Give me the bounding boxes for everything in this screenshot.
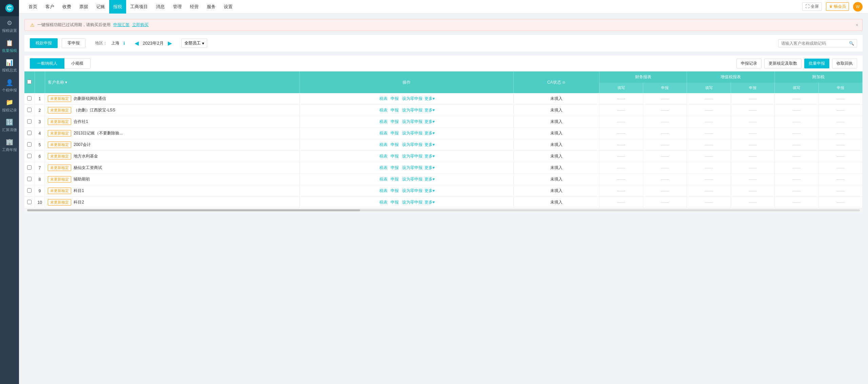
- banner-link-buy[interactable]: 立即购买: [132, 22, 149, 28]
- row-checkbox[interactable]: [24, 197, 35, 208]
- date-prev-button[interactable]: ◀: [135, 40, 139, 46]
- search-icon[interactable]: 🔍: [849, 41, 854, 46]
- op-tax-table[interactable]: 税表: [379, 188, 388, 193]
- nav-customer[interactable]: 客户: [41, 0, 58, 14]
- op-tax-table[interactable]: 税表: [379, 200, 388, 205]
- row-checkbox[interactable]: [24, 93, 35, 105]
- row-select-checkbox[interactable]: [27, 131, 32, 135]
- op-zero-declare[interactable]: 设为零申报: [402, 165, 422, 170]
- ca-filter-icon[interactable]: ⊙: [562, 80, 566, 85]
- row-checkbox[interactable]: [24, 185, 35, 197]
- sidebar-item-tax-records[interactable]: 📁 报税记录: [0, 95, 19, 115]
- row-select-checkbox[interactable]: [27, 188, 32, 193]
- op-zero-declare[interactable]: 设为零申报: [402, 96, 422, 101]
- row-select-checkbox[interactable]: [27, 96, 32, 101]
- row-checkbox[interactable]: [24, 151, 35, 162]
- op-declare[interactable]: 申报: [391, 165, 399, 170]
- op-tax-table[interactable]: 税表: [379, 165, 388, 170]
- op-zero-declare[interactable]: 设为零申报: [402, 119, 422, 124]
- declare-records-button[interactable]: 申报记录: [736, 59, 762, 68]
- op-tax-table[interactable]: 税表: [379, 142, 388, 147]
- op-zero-declare[interactable]: 设为零申报: [402, 200, 422, 205]
- nav-home[interactable]: 首页: [24, 0, 41, 14]
- op-declare[interactable]: 申报: [391, 200, 399, 205]
- sidebar-item-business-annual[interactable]: 🏢 工商年报: [0, 135, 19, 155]
- sidebar-item-batch-tax[interactable]: 📋 批量报税: [0, 36, 19, 56]
- op-zero-declare[interactable]: 设为零申报: [402, 108, 422, 112]
- op-more[interactable]: 更多▾: [425, 96, 435, 101]
- op-zero-declare[interactable]: 设为零申报: [402, 142, 422, 147]
- op-tax-table[interactable]: 税表: [379, 131, 388, 135]
- tab-zero-declare[interactable]: 零申报: [62, 38, 85, 48]
- tab-general-taxpayer[interactable]: 一般纳税人: [30, 58, 64, 69]
- name-sort-icon[interactable]: ▾: [65, 80, 67, 85]
- nav-operations[interactable]: 经营: [186, 0, 203, 14]
- update-quota-button[interactable]: 更新核定及取数: [764, 59, 802, 68]
- date-next-button[interactable]: ▶: [168, 40, 172, 46]
- op-tax-table[interactable]: 税表: [379, 119, 388, 124]
- nav-billing[interactable]: 收费: [58, 0, 75, 14]
- op-zero-declare[interactable]: 设为零申报: [402, 131, 422, 135]
- op-declare[interactable]: 申报: [391, 131, 399, 135]
- row-checkbox[interactable]: [24, 105, 35, 116]
- row-select-checkbox[interactable]: [27, 142, 32, 147]
- op-tax-table[interactable]: 税表: [379, 154, 388, 158]
- nav-accounts[interactable]: 记账: [92, 0, 109, 14]
- op-more[interactable]: 更多▾: [425, 131, 435, 135]
- sidebar-item-tax-settings[interactable]: ⚙ 报税设置: [0, 16, 19, 36]
- upgrade-button[interactable]: ♛ 畅会员: [826, 2, 849, 11]
- op-more[interactable]: 更多▾: [425, 142, 435, 147]
- nav-management[interactable]: 管理: [169, 0, 186, 14]
- row-checkbox[interactable]: [24, 174, 35, 185]
- op-declare[interactable]: 申报: [391, 142, 399, 147]
- sidebar-item-personal-tax[interactable]: 👤 个税申报: [0, 76, 19, 96]
- select-all-checkbox[interactable]: [27, 80, 32, 84]
- row-checkbox[interactable]: [24, 116, 35, 128]
- nav-settings[interactable]: 设置: [220, 0, 237, 14]
- collect-return-button[interactable]: 收取回执: [832, 59, 857, 68]
- op-declare[interactable]: 申报: [391, 188, 399, 193]
- op-zero-declare[interactable]: 设为零申报: [402, 154, 422, 158]
- row-checkbox[interactable]: [24, 162, 35, 174]
- nav-message[interactable]: 消息: [152, 0, 169, 14]
- sidebar-item-calc-clear[interactable]: 🔢 汇算清缴: [0, 115, 19, 135]
- row-checkbox[interactable]: [24, 128, 35, 139]
- op-tax-table[interactable]: 税表: [379, 96, 388, 101]
- tab-tax-declare[interactable]: 税款申报: [30, 38, 58, 48]
- op-more[interactable]: 更多▾: [425, 165, 435, 170]
- op-zero-declare[interactable]: 设为零申报: [402, 177, 422, 182]
- sidebar-item-tax-overview[interactable]: 📊 报税总览: [0, 56, 19, 76]
- op-declare[interactable]: 申报: [391, 177, 399, 182]
- row-checkbox[interactable]: [24, 139, 35, 151]
- row-select-checkbox[interactable]: [27, 154, 32, 158]
- search-input[interactable]: [781, 41, 849, 46]
- tab-small-scale[interactable]: 小规模: [64, 58, 91, 69]
- op-more[interactable]: 更多▾: [425, 177, 435, 182]
- op-more[interactable]: 更多▾: [425, 188, 435, 193]
- horizontal-scrollbar[interactable]: [24, 208, 863, 212]
- op-more[interactable]: 更多▾: [425, 154, 435, 158]
- op-zero-declare[interactable]: 设为零申报: [402, 188, 422, 193]
- op-tax-table[interactable]: 税表: [379, 177, 388, 182]
- op-declare[interactable]: 申报: [391, 119, 399, 124]
- dept-selector[interactable]: 全部员工 ▾: [181, 39, 207, 48]
- row-select-checkbox[interactable]: [27, 108, 32, 112]
- op-declare[interactable]: 申报: [391, 154, 399, 158]
- op-declare[interactable]: 申报: [391, 108, 399, 112]
- op-more[interactable]: 更多▾: [425, 200, 435, 205]
- location-info-icon[interactable]: ℹ: [123, 41, 125, 46]
- fullscreen-button[interactable]: ⛶ 全屏: [802, 2, 822, 11]
- avatar[interactable]: W: [853, 2, 863, 12]
- row-select-checkbox[interactable]: [27, 200, 32, 204]
- banner-close-button[interactable]: ×: [856, 23, 858, 27]
- nav-business[interactable]: 工商项目: [126, 0, 152, 14]
- op-tax-table[interactable]: 税表: [379, 108, 388, 112]
- nav-invoice[interactable]: 票据: [75, 0, 92, 14]
- batch-declare-button[interactable]: 批量申报: [804, 59, 829, 68]
- op-more[interactable]: 更多▾: [425, 108, 435, 112]
- op-more[interactable]: 更多▾: [425, 119, 435, 124]
- nav-tax[interactable]: 报税: [109, 0, 126, 14]
- row-select-checkbox[interactable]: [27, 119, 32, 124]
- op-declare[interactable]: 申报: [391, 96, 399, 101]
- banner-link-report[interactable]: 申报汇签: [113, 22, 130, 28]
